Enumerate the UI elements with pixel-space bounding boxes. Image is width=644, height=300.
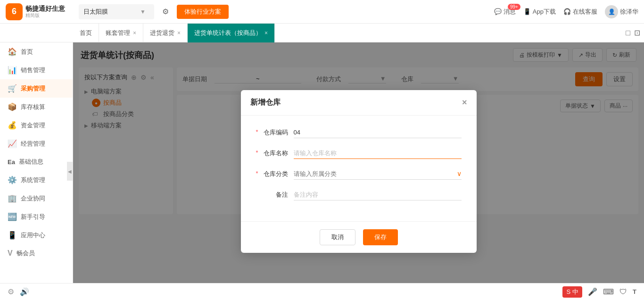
logo-title: 畅捷通好生意 (25, 5, 65, 13)
search-input[interactable] (83, 8, 140, 15)
sidebar-item-vip[interactable]: V 畅会员 (0, 244, 73, 262)
sidebar-item-operations[interactable]: 📈 经营管理 (0, 134, 73, 153)
warehouse-category-select[interactable]: ∨ (294, 168, 462, 180)
sidebar-item-enterprise[interactable]: 🏢 企业协同 (0, 189, 73, 208)
tab-home[interactable]: 首页 (73, 24, 99, 42)
sidebar-item-basic-info[interactable]: Ea 基础信息 (0, 153, 73, 171)
basic-info-icon: Ea (8, 158, 15, 166)
form-row-name: 仓库名称 (256, 148, 462, 159)
modal-title: 新增仓库 (250, 98, 281, 108)
shield-icon[interactable]: 🛡 (619, 288, 627, 296)
phone-icon: 📱 (523, 8, 531, 15)
form-label-category: 仓库分类 (256, 170, 294, 178)
avatar: 👤 (605, 5, 618, 18)
settings-icon[interactable]: ⚙ (158, 4, 173, 19)
bottom-sound-icon[interactable]: 🔊 (20, 287, 29, 296)
operations-icon: 📈 (8, 139, 17, 148)
logo-area: 6 畅捷通好生意 精简版 (6, 3, 79, 20)
tab-account[interactable]: 账套管理 × (99, 24, 143, 42)
main-layout: 🏠 首页 📊 销售管理 🛒 采购管理 📦 库存核算 💰 资金管理 📈 经营管理 … (0, 42, 644, 300)
keyboard-icon[interactable]: ⌨ (603, 287, 614, 296)
form-label-name: 仓库名称 (256, 149, 294, 158)
modal-body: 仓库编码 仓库名称 仓库分类 (241, 116, 477, 221)
bottom-settings-icon[interactable]: ⚙ (8, 287, 14, 296)
category-input[interactable] (294, 168, 457, 179)
sidebar-item-sales[interactable]: 📊 销售管理 (0, 61, 73, 79)
system-icon: ⚙️ (8, 175, 17, 184)
form-row-notes: 备注 (256, 189, 462, 200)
tab-close-purchase-stats[interactable]: × (264, 30, 268, 36)
save-button[interactable]: 保存 (363, 229, 398, 245)
form-label-code: 仓库编码 (256, 128, 294, 137)
text-icon[interactable]: T (633, 288, 636, 295)
headset-icon: 🎧 (563, 8, 571, 15)
modal-footer: 取消 保存 (241, 221, 477, 253)
sidebar-item-system[interactable]: ⚙️ 系统管理 (0, 171, 73, 189)
sidebar-item-inventory[interactable]: 📦 库存核算 (0, 98, 73, 116)
messages-item[interactable]: 💬 消息 99+ (494, 8, 516, 16)
tab-bar: 首页 账套管理 × 进货退货 × 进货单统计表（按商品） × □ ⊡ (0, 24, 644, 42)
logo-sub: 精简版 (25, 13, 65, 18)
logo-icon: 6 (6, 3, 23, 20)
warehouse-code-input[interactable] (294, 127, 462, 138)
sidebar-item-home[interactable]: 🏠 首页 (0, 42, 73, 61)
user-item[interactable]: 👤 徐泽华 (605, 5, 638, 18)
sales-icon: 📊 (8, 66, 17, 75)
form-row-category: 仓库分类 ∨ (256, 168, 462, 180)
sidebar-item-finance[interactable]: 💰 资金管理 (0, 116, 73, 134)
form-row-code: 仓库编码 (256, 127, 462, 138)
purchase-icon: 🛒 (8, 84, 17, 93)
mic-icon[interactable]: 🎤 (588, 287, 597, 296)
cancel-button[interactable]: 取消 (320, 229, 355, 245)
tab-close-account[interactable]: × (133, 30, 136, 36)
vip-icon: V (8, 249, 13, 258)
home-icon: 🏠 (8, 47, 17, 56)
tab-purchase-stats[interactable]: 进货单统计表（按商品） × (188, 24, 275, 42)
tab-expand-icon[interactable]: ⊡ (634, 28, 640, 37)
modal-overlay[interactable]: 新增仓库 × 仓库编码 仓库名称 (73, 42, 644, 300)
header-right: 💬 消息 99+ 📱 App下载 🎧 在线客服 👤 徐泽华 (494, 5, 638, 18)
modal-new-warehouse: 新增仓库 × 仓库编码 仓库名称 (241, 90, 477, 253)
guide-icon: 🆕 (8, 212, 17, 221)
sidebar: 🏠 首页 📊 销售管理 🛒 采购管理 📦 库存核算 💰 资金管理 📈 经营管理 … (0, 42, 73, 300)
trial-button[interactable]: 体验行业方案 (177, 5, 229, 19)
inventory-icon: 📦 (8, 102, 17, 111)
online-service-item[interactable]: 🎧 在线客服 (563, 8, 597, 16)
sidebar-item-purchase[interactable]: 🛒 采购管理 (0, 79, 73, 98)
tab-close-purchase-return[interactable]: × (177, 30, 181, 36)
category-dropdown-icon: ∨ (457, 170, 462, 177)
tab-purchase-return[interactable]: 进货退货 × (143, 24, 188, 42)
sidebar-collapse-button[interactable]: ◀ (67, 162, 73, 181)
sidebar-item-guide[interactable]: 🆕 新手引导 (0, 208, 73, 226)
message-badge: 99+ (508, 4, 520, 10)
app-download-item[interactable]: 📱 App下载 (523, 8, 556, 16)
s-icon: S (566, 288, 570, 295)
warehouse-name-input[interactable] (294, 148, 462, 159)
sidebar-item-app-center[interactable]: 📱 应用中心 (0, 226, 73, 244)
modal-close-button[interactable]: × (462, 98, 467, 107)
form-label-notes: 备注 (256, 191, 294, 199)
bottom-bar: ⚙ 🔊 S 中 🎤 ⌨ 🛡 T (0, 283, 644, 300)
content-area: 进货单统计(按商品) 🖨 按模板打印 ▼ ↗ 导出 ↻ 刷新 (73, 42, 644, 300)
search-dropdown-icon[interactable]: ▼ (140, 8, 146, 15)
enterprise-icon: 🏢 (8, 194, 17, 203)
modal-header: 新增仓库 × (241, 90, 477, 116)
bottom-right-icons: S 中 🎤 ⌨ 🛡 T (562, 286, 636, 298)
tab-restore-icon[interactable]: □ (626, 29, 630, 37)
header-search[interactable]: ▼ (79, 4, 154, 19)
tab-right-icons: □ ⊡ (626, 28, 644, 37)
s-badge[interactable]: S 中 (562, 286, 582, 298)
app-center-icon: 📱 (8, 231, 17, 240)
warehouse-notes-input[interactable] (294, 189, 462, 200)
top-header: 6 畅捷通好生意 精简版 ▼ ⚙ 体验行业方案 💬 消息 99+ 📱 App下载… (0, 0, 644, 24)
message-icon: 💬 (494, 8, 502, 15)
finance-icon: 💰 (8, 121, 17, 130)
